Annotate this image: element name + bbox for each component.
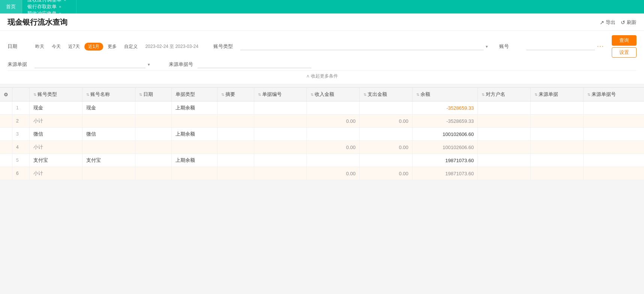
- header-actions: ↗ 导出 ↺ 刷新: [600, 19, 636, 26]
- source-doc-num-input[interactable]: [198, 61, 311, 68]
- account-ellipsis-button[interactable]: ···: [597, 43, 604, 50]
- account-label: 账号: [499, 43, 522, 50]
- close-tab-icon[interactable]: ×: [59, 11, 61, 13]
- row-source-doc-no: [583, 101, 644, 115]
- close-tab-icon[interactable]: ×: [64, 0, 66, 2]
- th-account-name[interactable]: 账号名称: [83, 88, 135, 101]
- nav-home[interactable]: 首页: [0, 0, 22, 13]
- date-btn[interactable]: 今天: [49, 43, 64, 51]
- row-seq: 6: [12, 167, 30, 180]
- row-summary: [218, 101, 254, 115]
- refresh-label: 刷新: [627, 19, 636, 26]
- account-type-arrow-icon: ▾: [486, 44, 488, 49]
- row-source-doc-no: [583, 128, 644, 141]
- source-doc-input[interactable]: [35, 61, 146, 68]
- export-label: 导出: [606, 19, 615, 26]
- account-type-input[interactable]: [240, 43, 483, 50]
- th-date[interactable]: 日期: [135, 88, 171, 101]
- row-account-type: 现金: [30, 101, 83, 115]
- nav-tab[interactable]: 银行存取款单×: [22, 3, 77, 10]
- row-expense: 0.00: [359, 167, 412, 180]
- row-gear[interactable]: [0, 128, 12, 141]
- nav-tab[interactable]: 预收冲应收单×: [22, 10, 77, 13]
- row-account-name: [83, 141, 135, 154]
- th-summary[interactable]: 摘要: [218, 88, 254, 101]
- row-date: [135, 141, 171, 154]
- row-gear[interactable]: [0, 167, 12, 180]
- page-title: 现金银行流水查询: [8, 17, 68, 27]
- table-row: 1 现金 现金 上期余额 -3528659.33: [0, 101, 644, 115]
- source-doc-label: 来源单据: [8, 61, 30, 68]
- refresh-icon: ↺: [621, 19, 625, 25]
- row-doc-type: 上期余额: [172, 101, 218, 115]
- account-type-label: 账号类型: [213, 43, 236, 50]
- row-seq: 5: [12, 154, 30, 167]
- collapse-bar[interactable]: ∧ 收起更多条件: [8, 70, 636, 81]
- date-label: 日期: [8, 43, 30, 50]
- row-gear[interactable]: [0, 115, 12, 128]
- row-account-name: [83, 167, 135, 180]
- th-gear[interactable]: ⚙: [0, 88, 12, 101]
- row-doc-type: 上期余额: [172, 128, 218, 141]
- row-source-doc: [530, 154, 583, 167]
- row-gear[interactable]: [0, 101, 12, 115]
- query-button[interactable]: 查询: [612, 35, 636, 46]
- row-account-name: [83, 115, 135, 128]
- row-source-doc-no: [583, 154, 644, 167]
- row-balance: 19871073.60: [412, 167, 478, 180]
- filter-row-2: 来源单据 ▾ 来源单据号: [8, 61, 636, 68]
- th-counterparty[interactable]: 对方户名: [478, 88, 531, 101]
- row-source-doc: [530, 128, 583, 141]
- table-row: 5 支付宝 支付宝 上期余额 19871073.60: [0, 154, 644, 167]
- row-expense: [359, 154, 412, 167]
- nav-tab-label: 银行存取款单: [27, 3, 57, 10]
- th-doc-no[interactable]: 单据编号: [254, 88, 307, 101]
- row-gear[interactable]: [0, 154, 12, 167]
- account-input[interactable]: [526, 43, 595, 50]
- export-button[interactable]: ↗ 导出: [600, 19, 615, 26]
- nav-home-label: 首页: [6, 3, 16, 10]
- row-doc-no: [254, 128, 307, 141]
- row-counterparty: [478, 141, 531, 154]
- row-gear[interactable]: [0, 141, 12, 154]
- nav-tab-label: 应收应付调整单: [27, 0, 62, 3]
- date-btn[interactable]: 自定义: [121, 43, 141, 51]
- th-source-doc-no[interactable]: 来源单据号: [583, 88, 644, 101]
- collapse-label: ∧ 收起更多条件: [306, 73, 338, 79]
- row-doc-no: [254, 115, 307, 128]
- filter-row-1: 日期 昨天今天近7天近1月更多自定义 2023-02-24 至 2023-03-…: [8, 35, 636, 58]
- row-date: [135, 101, 171, 115]
- th-source-doc[interactable]: 来源单据: [530, 88, 583, 101]
- row-date: [135, 154, 171, 167]
- date-btn[interactable]: 近7天: [65, 43, 83, 51]
- row-summary: [218, 154, 254, 167]
- row-summary: [218, 141, 254, 154]
- row-balance: -3528659.33: [412, 115, 478, 128]
- th-expense[interactable]: 支出金额: [359, 88, 412, 101]
- row-account-type: 小计: [30, 141, 83, 154]
- row-account-type: 微信: [30, 128, 83, 141]
- row-doc-type: [172, 115, 218, 128]
- row-date: [135, 167, 171, 180]
- refresh-button[interactable]: ↺ 刷新: [621, 19, 636, 26]
- row-income: 0.00: [307, 115, 360, 128]
- row-date: [135, 128, 171, 141]
- table-area: ⚙ 账号类型 账号名称 日期 单据类型 摘要 单据编号 收入金额 支出金额 余额…: [0, 87, 644, 180]
- date-btn[interactable]: 昨天: [32, 43, 47, 51]
- row-doc-no: [254, 154, 307, 167]
- table-body: 1 现金 现金 上期余额 -3528659.33 2 小计 0.00 0.00 …: [0, 101, 644, 180]
- settings-button[interactable]: 设置: [612, 47, 636, 58]
- nav-tab[interactable]: 应收应付调整单×: [22, 0, 77, 3]
- source-doc-num-label: 来源单据号: [169, 61, 193, 68]
- row-income: [307, 101, 360, 115]
- row-source-doc-no: [583, 115, 644, 128]
- date-btn[interactable]: 更多: [105, 43, 120, 51]
- date-btn[interactable]: 近1月: [84, 43, 104, 51]
- row-summary: [218, 128, 254, 141]
- date-options: 昨天今天近7天近1月更多自定义: [32, 43, 141, 51]
- row-account-type: 小计: [30, 167, 83, 180]
- th-income[interactable]: 收入金额: [307, 88, 360, 101]
- th-account-type[interactable]: 账号类型: [30, 88, 83, 101]
- th-balance[interactable]: 余额: [412, 88, 478, 101]
- close-tab-icon[interactable]: ×: [59, 4, 61, 9]
